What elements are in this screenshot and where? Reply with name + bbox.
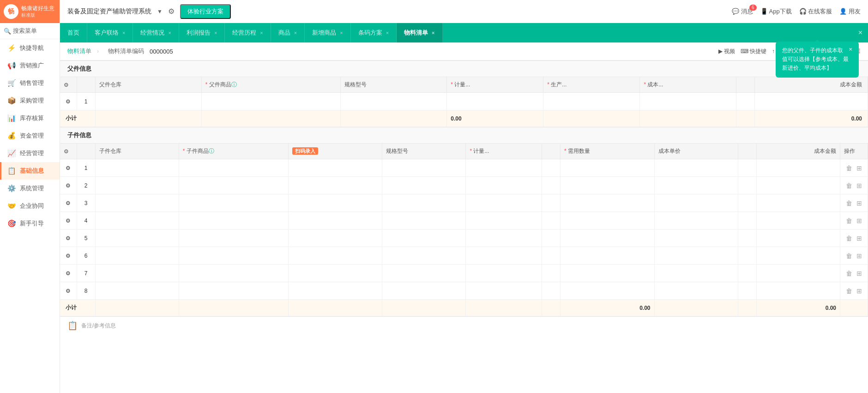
sidebar-item-sales[interactable]: 🛒 销售管理 [0, 74, 60, 92]
child-row-spec[interactable] [382, 177, 466, 194]
breadcrumb-parent[interactable]: 物料清单 [67, 47, 91, 55]
delete-icon[interactable]: 🗑 [844, 270, 854, 277]
tab-goods[interactable]: 商品 × [271, 23, 305, 42]
sidebar-item-quick-nav[interactable]: ⚡ 快捷导航 [0, 39, 60, 57]
delete-icon[interactable]: 🗑 [844, 252, 854, 260]
child-row-warehouse[interactable] [95, 194, 179, 212]
delete-icon[interactable]: 🗑 [844, 200, 854, 207]
child-row-unit-price[interactable] [654, 282, 738, 300]
child-row-unit-price[interactable] [654, 194, 738, 212]
child-row-unit[interactable] [466, 265, 542, 282]
tab-history[interactable]: 经营历程 × [225, 23, 271, 42]
child-row-unit[interactable] [466, 194, 542, 212]
child-row-unit-price[interactable] [654, 230, 738, 247]
sidebar-item-purchase[interactable]: 📦 采购管理 [0, 92, 60, 109]
copy-icon[interactable]: ⊞ [855, 182, 863, 189]
parent-row-warehouse[interactable] [95, 93, 201, 110]
video-button[interactable]: ▶ 视频 [718, 48, 735, 55]
child-row-unit[interactable] [466, 159, 542, 177]
parent-row-settings[interactable]: ⚙ [60, 93, 77, 110]
tab-new-goods[interactable]: 新增商品 × [305, 23, 350, 42]
tab-close-operation[interactable]: × [168, 30, 171, 36]
child-row-spec[interactable] [382, 159, 466, 177]
child-row-settings[interactable]: ⚙ [60, 282, 77, 300]
child-row-spec[interactable] [382, 212, 466, 230]
tab-close-bom[interactable]: × [432, 30, 434, 36]
child-row-warehouse[interactable] [95, 265, 179, 282]
child-row-unit-price[interactable] [654, 159, 738, 177]
tab-home[interactable]: 首页 [60, 23, 87, 42]
child-row-qty[interactable] [560, 212, 654, 230]
tab-close-customer[interactable]: × [122, 30, 125, 36]
child-row-goods[interactable] [179, 194, 288, 212]
child-row-goods[interactable] [179, 159, 288, 177]
child-row-warehouse[interactable] [95, 159, 179, 177]
delete-icon[interactable]: 🗑 [844, 235, 854, 242]
copy-icon[interactable]: ⊞ [855, 252, 863, 260]
child-row-spec[interactable] [382, 230, 466, 247]
child-row-unit[interactable] [466, 247, 542, 265]
child-row-settings[interactable]: ⚙ [60, 265, 77, 282]
sidebar-item-operation[interactable]: 📈 经营管理 [0, 145, 60, 162]
child-row-spec[interactable] [382, 265, 466, 282]
child-row-goods[interactable] [179, 212, 288, 230]
online-service[interactable]: 🎧 在线客服 [799, 7, 832, 16]
child-row-settings[interactable]: ⚙ [60, 230, 77, 247]
parent-row-goods[interactable] [201, 93, 340, 110]
delete-icon[interactable]: 🗑 [844, 182, 854, 189]
sidebar-search[interactable]: 🔍 搜索菜单 [0, 23, 60, 39]
tab-customer[interactable]: 客户联络 × [87, 23, 133, 42]
parent-row-unit[interactable] [447, 93, 543, 110]
child-row-unit[interactable] [466, 212, 542, 230]
message-badge[interactable]: 💬 消息 6 [732, 7, 753, 16]
settings-icon[interactable]: ⚙ [168, 7, 175, 16]
child-row-unit-price[interactable] [654, 247, 738, 265]
sidebar-item-marketing[interactable]: 📢 营销推广 [0, 57, 60, 74]
child-row-warehouse[interactable] [95, 230, 179, 247]
child-row-settings[interactable]: ⚙ [60, 212, 77, 230]
sidebar-item-system[interactable]: ⚙️ 系统管理 [0, 180, 60, 197]
child-row-warehouse[interactable] [95, 177, 179, 194]
child-row-warehouse[interactable] [95, 247, 179, 265]
child-row-spec[interactable] [382, 247, 466, 265]
tab-operation[interactable]: 经营情况 × [133, 23, 179, 42]
delete-icon[interactable]: 🗑 [844, 287, 854, 295]
child-row-warehouse[interactable] [95, 212, 179, 230]
app-download[interactable]: 📱 App下载 [760, 7, 792, 16]
child-row-unit[interactable] [466, 230, 542, 247]
scan-badge[interactable]: 扫码录入 [292, 147, 318, 155]
tab-close-history[interactable]: × [260, 30, 263, 36]
tooltip-close-button[interactable]: × [849, 46, 852, 52]
child-row-qty[interactable] [560, 159, 654, 177]
child-row-settings[interactable]: ⚙ [60, 194, 77, 212]
sidebar-item-finance[interactable]: 💰 资金管理 [0, 127, 60, 145]
tab-profit[interactable]: 利润报告 × [179, 23, 225, 42]
copy-icon[interactable]: ⊞ [855, 270, 863, 277]
child-row-spec[interactable] [382, 194, 466, 212]
user-area[interactable]: 👤 用友 [839, 7, 861, 16]
child-row-qty[interactable] [560, 265, 654, 282]
child-row-warehouse[interactable] [95, 282, 179, 300]
parent-row-cost[interactable] [640, 93, 736, 110]
child-row-settings[interactable]: ⚙ [60, 177, 77, 194]
child-row-qty[interactable] [560, 247, 654, 265]
child-row-unit-price[interactable] [654, 177, 738, 194]
child-row-unit[interactable] [466, 177, 542, 194]
copy-icon[interactable]: ⊞ [855, 217, 863, 224]
sidebar-item-guide[interactable]: 🎯 新手引导 [0, 215, 60, 232]
global-close-icon[interactable]: × [853, 29, 868, 37]
child-row-qty[interactable] [560, 177, 654, 194]
copy-icon[interactable]: ⊞ [855, 287, 863, 295]
child-row-unit[interactable] [466, 282, 542, 300]
child-row-goods[interactable] [179, 247, 288, 265]
shortcut-button[interactable]: ⌨ 快捷键 [741, 48, 766, 55]
sidebar-item-inventory[interactable]: 📊 库存核算 [0, 109, 60, 127]
trial-button[interactable]: 体验行业方案 [180, 4, 231, 19]
parent-row-production[interactable] [543, 93, 640, 110]
child-row-spec[interactable] [382, 282, 466, 300]
delete-icon[interactable]: 🗑 [844, 164, 854, 172]
child-row-qty[interactable] [560, 282, 654, 300]
child-row-goods[interactable] [179, 177, 288, 194]
tab-barcode[interactable]: 条码方案 × [351, 23, 397, 42]
system-dropdown[interactable]: ▼ [157, 8, 163, 15]
